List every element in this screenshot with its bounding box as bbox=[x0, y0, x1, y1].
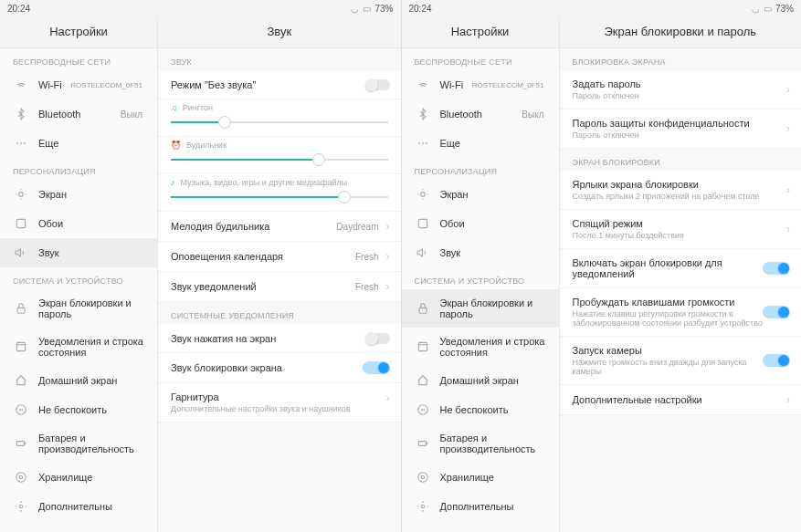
section-personal: ПЕРСОНАЛИЗАЦИЯ bbox=[0, 158, 157, 180]
svg-rect-14 bbox=[418, 308, 426, 313]
status-bar: 20:24 ◡ ▭ 73% bbox=[0, 0, 401, 16]
wake-volume-row[interactable]: Пробуждать клавишами громкостиНажатие кл… bbox=[560, 288, 802, 337]
nav-notifications[interactable]: Уведомления и строка состояния bbox=[0, 328, 157, 366]
nav-additional[interactable]: Дополнительны bbox=[402, 492, 559, 521]
bell-icon: ♫ bbox=[171, 103, 177, 112]
additional-icon bbox=[415, 500, 431, 513]
sleep-row[interactable]: Спящий режимПосле 1 минуты бездействия › bbox=[560, 210, 802, 249]
nav-wifi[interactable]: Wi-Fi ROSTELECOM_0F51 bbox=[0, 70, 157, 99]
nav-dnd[interactable]: Не беспокоить bbox=[402, 395, 559, 424]
notif-sound-row[interactable]: Звук уведомлений Fresh › bbox=[158, 272, 401, 302]
silent-mode-row[interactable]: Режим "Без звука" bbox=[158, 70, 401, 99]
svg-point-10 bbox=[19, 475, 23, 479]
more-settings-row[interactable]: Дополнительные настройки › bbox=[560, 385, 802, 415]
panel-header: Звук bbox=[158, 16, 401, 48]
nav-home[interactable]: Домашний экран bbox=[402, 366, 559, 395]
section-sound: ЗВУК bbox=[158, 48, 401, 70]
nav-display[interactable]: Экран bbox=[402, 180, 559, 209]
nav-display[interactable]: Экран bbox=[0, 180, 157, 209]
nav-bluetooth[interactable]: BluetoothВыкл bbox=[402, 99, 559, 129]
status-battery: 73% bbox=[775, 4, 794, 14]
silent-toggle[interactable] bbox=[366, 79, 390, 90]
nav-wallpaper[interactable]: Обои bbox=[0, 209, 157, 238]
status-time: 20:24 bbox=[409, 4, 432, 14]
additional-icon bbox=[13, 500, 29, 513]
privacy-password-row[interactable]: Пароль защиты конфиденциальностиПароль о… bbox=[560, 110, 802, 149]
media-slider-row: ♪Музыка, видео, игры и другие медиафайлы bbox=[158, 174, 401, 212]
nav-wifi[interactable]: Wi-FiROSTELECOM_0F51 bbox=[402, 70, 559, 99]
chevron-right-icon: › bbox=[786, 122, 790, 135]
set-password-row[interactable]: Задать парольПароль отключен › bbox=[560, 70, 802, 110]
lockscreen-panel: Экран блокировки и пароль БЛОКИРОВКА ЭКР… bbox=[560, 16, 802, 532]
wifi-icon: ◡ bbox=[752, 4, 760, 14]
wake-notif-row[interactable]: Включать экран блокировки для уведомлени… bbox=[560, 249, 802, 288]
nav-sound[interactable]: Звук bbox=[402, 238, 559, 267]
wifi-icon bbox=[415, 78, 431, 91]
headset-row[interactable]: Гарнитура Дополнительные настройки звука… bbox=[158, 383, 401, 422]
svg-rect-13 bbox=[418, 219, 427, 227]
calendar-sound-row[interactable]: Оповещения календаря Fresh › bbox=[158, 242, 401, 272]
pane-lockscreen: 20:24 ◡ ▭ 73% Настройки БЕСПРОВОДНЫЕ СЕТ… bbox=[401, 0, 802, 532]
nav-battery[interactable]: Батарея и производительность bbox=[0, 424, 157, 463]
nav-lock[interactable]: Экран блокировки и пароль bbox=[0, 289, 157, 328]
storage-icon bbox=[415, 471, 431, 484]
chevron-right-icon: › bbox=[386, 391, 390, 404]
storage-icon bbox=[13, 471, 29, 484]
bluetooth-icon bbox=[13, 108, 29, 120]
ringtone-slider[interactable] bbox=[171, 116, 388, 129]
touch-sound-toggle[interactable] bbox=[366, 333, 390, 344]
nav-home[interactable]: Домашний экран bbox=[0, 366, 157, 395]
shortcuts-row[interactable]: Ярлыки экрана блокировкиСоздать ярлыки 2… bbox=[560, 171, 802, 210]
lock-icon bbox=[415, 302, 431, 315]
chevron-right-icon: › bbox=[786, 83, 790, 96]
lock-sound-toggle[interactable] bbox=[363, 361, 390, 374]
more-icon: ⋯ bbox=[415, 137, 431, 150]
sound-icon bbox=[415, 246, 431, 259]
camera-launch-row[interactable]: Запуск камерыНажмите громкость вниз дваж… bbox=[560, 337, 802, 385]
section-sys-notif: СИСТЕМНЫЕ УВЕДОМЛЕНИЯ bbox=[158, 302, 401, 324]
svg-point-21 bbox=[417, 473, 427, 483]
battery-icon bbox=[13, 437, 29, 450]
nav-more[interactable]: ⋯ Еще bbox=[0, 129, 157, 158]
bluetooth-icon bbox=[415, 108, 431, 120]
status-time: 20:24 bbox=[7, 4, 30, 14]
svg-point-12 bbox=[420, 193, 425, 197]
nav-dnd[interactable]: Не беспокоить bbox=[0, 395, 157, 424]
more-icon: ⋯ bbox=[13, 137, 29, 150]
wake-notif-toggle[interactable] bbox=[763, 262, 790, 275]
pane-sound: 20:24 ◡ ▭ 73% Настройки БЕСПРОВОДНЫЕ СЕТ… bbox=[0, 0, 401, 532]
alarm-slider[interactable] bbox=[171, 153, 388, 166]
chevron-right-icon: › bbox=[786, 183, 790, 196]
nav-notifications[interactable]: Уведомления и строка состояния bbox=[402, 328, 559, 366]
wake-volume-toggle[interactable] bbox=[763, 306, 790, 318]
nav-additional[interactable]: Дополнительны bbox=[0, 492, 157, 521]
nav-lock[interactable]: Экран блокировки и пароль bbox=[402, 289, 559, 328]
chevron-right-icon: › bbox=[386, 280, 390, 293]
nav-bluetooth[interactable]: Bluetooth Выкл bbox=[0, 99, 157, 129]
chevron-right-icon: › bbox=[786, 393, 790, 406]
nav-wallpaper[interactable]: Обои bbox=[402, 209, 559, 238]
media-icon: ♪ bbox=[171, 178, 175, 187]
settings-nav: Настройки БЕСПРОВОДНЫЕ СЕТИ Wi-Fi ROSTEL… bbox=[0, 16, 158, 532]
camera-toggle[interactable] bbox=[763, 354, 790, 367]
display-icon bbox=[415, 188, 431, 201]
touch-sound-row[interactable]: Звук нажатия на экран bbox=[158, 324, 401, 353]
notifications-icon bbox=[415, 340, 431, 353]
alarm-melody-row[interactable]: Мелодия будильника Daydream › bbox=[158, 212, 401, 242]
media-slider[interactable] bbox=[171, 191, 388, 203]
svg-rect-7 bbox=[16, 442, 24, 446]
nav-storage[interactable]: Хранилище bbox=[0, 463, 157, 492]
nav-header: Настройки bbox=[402, 16, 559, 48]
display-icon bbox=[13, 188, 29, 201]
nav-battery[interactable]: Батарея и производительность bbox=[402, 424, 559, 463]
chevron-right-icon: › bbox=[386, 220, 390, 233]
nav-storage[interactable]: Хранилище bbox=[402, 463, 559, 492]
svg-point-9 bbox=[16, 473, 26, 483]
nav-sound[interactable]: Звук bbox=[0, 238, 157, 267]
svg-rect-1 bbox=[16, 219, 25, 227]
nav-more[interactable]: ⋯Еще bbox=[402, 129, 559, 158]
wallpaper-icon bbox=[415, 217, 431, 230]
svg-point-22 bbox=[421, 475, 425, 479]
nav-header: Настройки bbox=[0, 16, 157, 48]
lock-sound-row[interactable]: Звук блокировки экрана bbox=[158, 353, 401, 383]
